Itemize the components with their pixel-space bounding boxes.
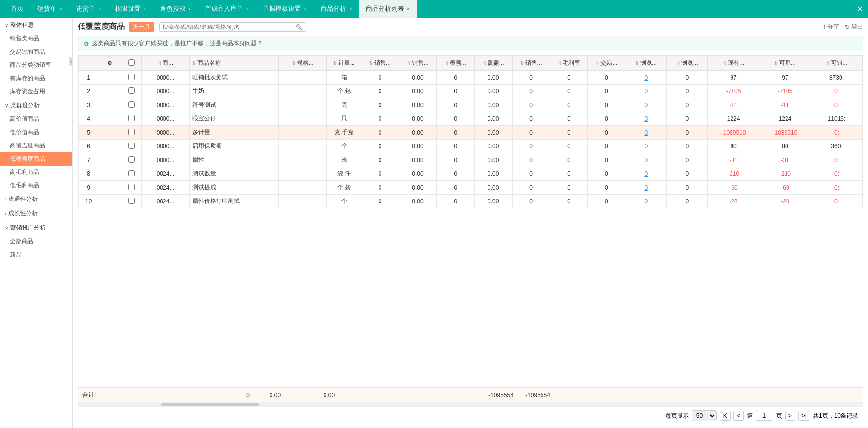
nav-role[interactable]: 角色授权 × <box>153 0 198 18</box>
col-browse2-header[interactable]: ⇅浏览... <box>667 56 708 71</box>
nav-template-close[interactable]: × <box>304 6 307 12</box>
row-browse1-6[interactable]: 0 <box>625 153 667 167</box>
row-check-0[interactable] <box>121 71 141 85</box>
col-check[interactable] <box>121 56 141 71</box>
row-browse1-4[interactable]: 0 <box>625 126 667 140</box>
col-sellable-header[interactable]: ⇅可销... <box>811 56 862 71</box>
page-input[interactable] <box>756 411 773 421</box>
search-icon[interactable]: 🔍 <box>296 24 303 30</box>
search-input[interactable] <box>163 24 294 30</box>
first-page-button[interactable]: K <box>720 411 731 421</box>
table-row: 10 0024... 属性价格打印测试 个 0 0.00 0 0.00 0 0 … <box>79 195 863 208</box>
row-check-8[interactable] <box>121 181 141 195</box>
nav-permission-close[interactable]: × <box>143 6 146 12</box>
last-page-button[interactable]: >| <box>798 411 810 421</box>
sidebar-section-cluster[interactable]: ∨ 类群度分析 <box>0 98 72 113</box>
col-spec-header[interactable]: ⇅规格... <box>279 56 327 71</box>
col-code-header[interactable]: ⇅商... <box>141 56 190 71</box>
col-unit-header[interactable]: ⇅计量... <box>327 56 361 71</box>
sidebar-item-low-coverage[interactable]: 低覆盖度商品 <box>0 152 72 166</box>
row-browse1-0[interactable]: 0 <box>625 71 667 85</box>
col-sales-cust-header[interactable]: ⇅销售... <box>512 56 550 71</box>
row-browse1-1[interactable]: 0 <box>625 85 667 98</box>
sidebar-collapse-button[interactable]: « <box>69 57 73 66</box>
share-button[interactable]: ⤴ 分享 <box>823 23 839 31</box>
col-sales-qty-header[interactable]: ⇅销售... <box>361 56 399 71</box>
row-unit-0: 箱 <box>327 71 361 85</box>
nav-goods-list-close[interactable]: × <box>407 6 410 12</box>
nav-home[interactable]: 首页 <box>4 0 30 18</box>
scrollbar-thumb[interactable] <box>161 403 259 406</box>
row-check-4[interactable] <box>121 126 141 140</box>
nav-template[interactable]: 单据模板设置 × <box>256 0 314 18</box>
row-trans-1: 0 <box>588 85 625 98</box>
col-current-stock-header[interactable]: ⇅现有... <box>708 56 760 71</box>
nav-purchase-close[interactable]: × <box>98 6 101 12</box>
total-available-stock: -1095554 <box>519 392 556 399</box>
col-cover2-header[interactable]: ⇅覆盖... <box>474 56 512 71</box>
nav-product-entry-close[interactable]: × <box>246 6 249 12</box>
sidebar-section-marketing[interactable]: ∨ 营销推广分析 <box>0 221 72 235</box>
per-page-select[interactable]: 50 20 100 <box>692 410 717 421</box>
nav-role-close[interactable]: × <box>189 6 191 12</box>
row-check-3[interactable] <box>121 112 141 126</box>
row-browse1-2[interactable]: 0 <box>625 98 667 112</box>
total-cover2: 0.00 <box>316 392 343 399</box>
row-browse1-8[interactable]: 0 <box>625 181 667 195</box>
period-button[interactable]: 近一月 <box>129 22 154 32</box>
sidebar-item-high-value[interactable]: 高价值商品 <box>0 113 72 126</box>
sidebar-section-overview[interactable]: ∨ 整体信息 <box>0 18 72 32</box>
col-sales-amt-header[interactable]: ⇅销售... <box>399 56 436 71</box>
sidebar-section-circulation[interactable]: › 流通性分析 <box>0 192 72 206</box>
horizontal-scrollbar[interactable] <box>78 402 863 407</box>
sidebar-item-high-coverage[interactable]: 高覆盖度商品 <box>0 139 72 152</box>
section-arrow-circulation: › <box>5 197 6 202</box>
sidebar-item-category-rate[interactable]: 商品分类动销率 <box>0 58 72 72</box>
col-browse1-header[interactable]: ⇅浏览... <box>625 56 667 71</box>
next-page-button[interactable]: > <box>785 411 795 421</box>
col-available-stock-header[interactable]: ⇅可用... <box>760 56 811 71</box>
nav-goods-analysis-close[interactable]: × <box>349 6 352 12</box>
row-check-6[interactable] <box>121 153 141 167</box>
row-browse1-7[interactable]: 0 <box>625 167 667 181</box>
row-cover2-3: 0.00 <box>474 112 512 126</box>
sidebar-item-sales-goods[interactable]: 销售类商品 <box>0 32 72 45</box>
sidebar-item-new-goods[interactable]: 新品 <box>0 248 72 261</box>
row-sales-cust-3: 0 <box>512 112 550 126</box>
sidebar-item-all-goods[interactable]: 全部商品 <box>0 235 72 248</box>
row-check-9[interactable] <box>121 195 141 208</box>
row-browse1-9[interactable]: 0 <box>625 195 667 208</box>
sidebar-item-traded-goods[interactable]: 交易过的商品 <box>0 45 72 58</box>
col-trans-header[interactable]: ⇅交易... <box>588 56 625 71</box>
sidebar-item-high-margin[interactable]: 高毛利商品 <box>0 166 72 179</box>
sidebar-item-stock-funds[interactable]: 库存资金占用 <box>0 85 72 98</box>
nav-purchase[interactable]: 进货单 × <box>69 0 108 18</box>
export-button[interactable]: ↻ 导出 <box>845 23 863 31</box>
nav-permission[interactable]: 权限设置 × <box>108 0 153 18</box>
nav-goods-analysis[interactable]: 商品分析 × <box>314 0 359 18</box>
col-margin-header[interactable]: ⇅毛利率 <box>550 56 588 71</box>
section-label-cluster: 类群度分析 <box>10 101 40 110</box>
row-check-1[interactable] <box>121 85 141 98</box>
nav-goods-list[interactable]: 商品分析列表 × <box>359 0 417 18</box>
row-check-7[interactable] <box>121 167 141 181</box>
select-all-checkbox[interactable] <box>128 59 135 66</box>
sidebar-item-low-margin[interactable]: 低毛利商品 <box>0 179 72 192</box>
col-gear[interactable]: ⚙ <box>99 56 121 71</box>
col-cover1-header[interactable]: ⇅覆盖... <box>436 56 474 71</box>
row-browse1-3[interactable]: 0 <box>625 112 667 126</box>
section-arrow-cluster: ∨ <box>5 103 8 108</box>
row-check-5[interactable] <box>121 140 141 153</box>
window-close-button[interactable]: ✕ <box>857 4 863 14</box>
sidebar-item-stocked-goods[interactable]: 有库存的商品 <box>0 72 72 85</box>
col-name-header[interactable]: ⇅商品名称 <box>190 56 279 71</box>
sidebar-section-growth[interactable]: › 成长性分析 <box>0 206 72 221</box>
nav-sales-close[interactable]: × <box>59 6 62 12</box>
row-browse1-5[interactable]: 0 <box>625 140 667 153</box>
row-sales-cust-4: 0 <box>512 126 550 140</box>
prev-page-button[interactable]: < <box>733 411 744 421</box>
sidebar-item-low-value[interactable]: 低价值商品 <box>0 126 72 139</box>
nav-sales[interactable]: 销货单 × <box>30 0 69 18</box>
nav-product-entry[interactable]: 产成品入库单 × <box>198 0 256 18</box>
row-check-2[interactable] <box>121 98 141 112</box>
